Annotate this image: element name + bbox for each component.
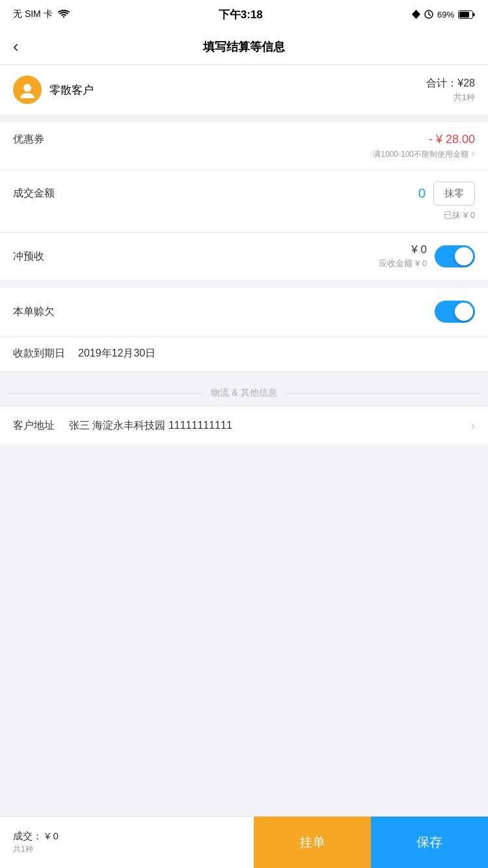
svg-rect-3 (473, 13, 475, 16)
nav-bar: ‹ 填写结算等信息 (0, 29, 488, 65)
date-row: 收款到期日 2019年12月30日 (0, 336, 488, 371)
location-icon (412, 10, 420, 19)
address-row[interactable]: 客户地址 张三 海淀永丰科技园 11111111111 › (0, 407, 488, 444)
coupon-transaction-card: 优惠券 - ¥ 28.00 满1000-100不限制使用金额 › 成交金额 0 … (0, 122, 488, 280)
bottom-deal-label: 成交： (13, 830, 42, 843)
transaction-row: 成交金额 0 抹零 已抹 ¥ 0 (0, 171, 488, 232)
coupon-right: - ¥ 28.00 满1000-100不限制使用金额 › (373, 133, 475, 160)
transaction-sub: 已抹 ¥ 0 (444, 210, 475, 221)
bottom-count: 共1种 (13, 844, 241, 855)
coupon-desc: 满1000-100不限制使用金额 (373, 149, 468, 160)
coupon-amount: - ¥ 28.00 (373, 133, 475, 146)
customer-card: 零散客户 合计：¥28 共1种 (0, 65, 488, 115)
address-card: 客户地址 张三 海淀永丰科技园 11111111111 › (0, 407, 488, 444)
due-date-label: 收款到期日 (13, 347, 65, 360)
status-time: 下午3:18 (219, 7, 263, 22)
divider-3 (0, 371, 488, 379)
round-off-button[interactable]: 抹零 (433, 182, 475, 206)
due-date-value: 2019年12月30日 (78, 347, 156, 360)
customer-right: 合计：¥28 共1种 (426, 77, 475, 103)
save-button[interactable]: 保存 (371, 817, 488, 868)
prereceive-sub: 应收金额 ¥ 0 (379, 258, 427, 269)
back-button[interactable]: ‹ (13, 36, 19, 57)
battery-icon (458, 10, 475, 19)
coupon-row[interactable]: 优惠券 - ¥ 28.00 满1000-100不限制使用金额 › (0, 122, 488, 170)
page-title: 填写结算等信息 (203, 39, 285, 55)
empty-space (0, 444, 488, 640)
address-chevron: › (471, 419, 475, 433)
svg-point-5 (20, 93, 34, 98)
battery-text: 69% (437, 10, 454, 20)
logistics-divider: 物流 & 其他信息 (0, 379, 488, 407)
svg-rect-2 (459, 12, 469, 18)
logistics-line-left (8, 393, 203, 394)
toggle-knob (455, 247, 473, 265)
wifi-icon (58, 10, 70, 19)
customer-avatar (13, 75, 42, 104)
logistics-line-right (285, 393, 480, 394)
prereceive-label: 冲预收 (13, 250, 44, 264)
transaction-top: 成交金额 0 抹零 (13, 182, 475, 206)
logistics-text: 物流 & 其他信息 (211, 387, 277, 399)
prereceive-row: 冲预收 ¥ 0 应收金额 ¥ 0 (0, 232, 488, 280)
avatar-icon (19, 81, 36, 98)
bottom-deal-value: ¥ 0 (45, 830, 59, 841)
transaction-controls: 0 抹零 (418, 182, 475, 206)
customer-left: 零散客户 (13, 75, 94, 104)
debt-toggle[interactable] (435, 301, 475, 323)
hold-button[interactable]: 挂单 (254, 817, 371, 868)
alarm-icon (424, 10, 433, 19)
bottom-bar: 成交： ¥ 0 共1种 挂单 保存 (0, 816, 488, 868)
transaction-bottom: 已抹 ¥ 0 (13, 208, 475, 221)
no-sim-text: 无 SIM 卡 (13, 8, 53, 20)
coupon-chevron: › (471, 146, 475, 160)
transaction-label: 成交金额 (13, 187, 55, 200)
address-label: 客户地址 (13, 419, 59, 433)
customer-count: 共1种 (426, 92, 475, 103)
prereceive-amount: ¥ 0 (379, 243, 427, 256)
divider-1 (0, 115, 488, 122)
debt-card: 本单赊欠 收款到期日 2019年12月30日 (0, 288, 488, 371)
customer-name: 零散客户 (49, 83, 94, 98)
prereceive-toggle[interactable] (435, 245, 475, 267)
prereceive-values: ¥ 0 应收金额 ¥ 0 (379, 243, 427, 269)
customer-row: 零散客户 合计：¥28 共1种 (0, 65, 488, 115)
svg-point-4 (23, 84, 31, 92)
debt-label: 本单赊欠 (13, 305, 55, 319)
debt-row: 本单赊欠 (0, 288, 488, 336)
status-right: 69% (412, 10, 475, 20)
customer-total: 合计：¥28 (426, 77, 475, 90)
coupon-label: 优惠券 (13, 133, 44, 146)
address-value: 张三 海淀永丰科技园 11111111111 (69, 419, 471, 433)
bottom-info: 成交： ¥ 0 共1种 (0, 817, 254, 868)
status-bar: 无 SIM 卡 下午3:18 69% (0, 0, 488, 29)
transaction-value: 0 (418, 186, 426, 201)
debt-toggle-knob (455, 303, 473, 321)
status-left: 无 SIM 卡 (13, 8, 70, 20)
prereceive-right: ¥ 0 应收金额 ¥ 0 (379, 243, 475, 269)
divider-2 (0, 280, 488, 288)
